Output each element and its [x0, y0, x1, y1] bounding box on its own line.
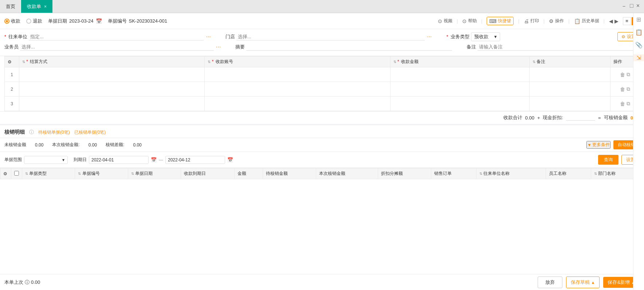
date-field: 单据日期 2023-03-24 📅	[48, 18, 102, 24]
range-label: 单据范围	[4, 157, 22, 163]
counterpart-input[interactable]	[29, 33, 204, 40]
copy-icon-3[interactable]: ⧉	[627, 101, 630, 107]
sidebar-icon-1[interactable]: ⊞	[633, 16, 644, 23]
req-star: *	[26, 59, 28, 64]
save-new-label: 保存&新增	[608, 279, 630, 286]
net-label: 可核销金额	[604, 114, 628, 121]
gear-header-bottom[interactable]: ⚙	[0, 168, 11, 179]
bottom-table-section: ⚙ ⇅ 单据类型 ⇅ 单据编号 ⇅ 单据日期	[0, 168, 644, 179]
receipt-radio-dot	[4, 19, 9, 24]
copy-icon-2[interactable]: ⧉	[627, 86, 630, 92]
discard-button[interactable]: 放弃	[538, 277, 562, 288]
salesperson-dots-btn[interactable]: ···	[216, 44, 221, 50]
delete-icon-1[interactable]: 🗑	[620, 72, 625, 78]
toolbar: 收款 退款 单据日期 2023-03-24 📅 单据编号 SK-20230324…	[0, 13, 644, 29]
date-label: 单据日期	[48, 18, 67, 24]
account-cell-3[interactable]	[205, 97, 390, 111]
pending-tab[interactable]: 待核销单据(0笔)	[38, 129, 70, 136]
history-label: 历史单据	[582, 18, 599, 24]
save-draft-button[interactable]: 保存草稿 ▲	[566, 277, 600, 288]
row-num-3: 3	[5, 97, 19, 111]
copy-icon-1[interactable]: ⧉	[627, 71, 630, 78]
account-cell-2[interactable]	[205, 82, 390, 97]
gear-header[interactable]: ⚙	[5, 56, 19, 67]
sidebar-icon-3[interactable]: 📎	[633, 42, 644, 48]
store-input[interactable]	[236, 33, 425, 40]
list-view-icon[interactable]: ≡	[623, 17, 631, 25]
checkbox-header[interactable]	[11, 168, 22, 179]
more-conditions-label: 更多条件	[592, 142, 610, 148]
calendar-from-icon[interactable]: 📅	[151, 157, 157, 162]
close-window-icon[interactable]: ×	[636, 3, 640, 10]
account-header: ⇅ * 收款账号	[205, 56, 390, 67]
sidebar-icon-2[interactable]: 📋	[633, 29, 644, 36]
calendar-to-icon[interactable]: 📅	[227, 157, 233, 162]
prev-icon[interactable]: ◀	[609, 18, 613, 24]
settlement-cell-2[interactable]	[19, 82, 205, 97]
operation-btn[interactable]: ⚙ 操作	[549, 18, 564, 24]
writeoff-header: 核销明细 ⓘ 待核销单据(0笔) 已核销单据(0笔)	[0, 125, 644, 138]
info-icon-footer[interactable]: ⓘ	[25, 279, 30, 286]
history-btn[interactable]: 📋 历史单据	[574, 18, 599, 24]
pending-amount-header: 待核销金额	[263, 168, 316, 179]
toolbar-right: ⊙ 视频 | ⊙ 帮助 | ⌨ 快捷键 | 🖨 打印 | ⚙ 操作	[438, 17, 640, 25]
sum-row: 收款合计 0.00 + 现金折扣: = 可核销金额 0.00	[0, 111, 644, 124]
footer-left: 本单上次 ⓘ 0.00	[4, 279, 40, 286]
required-star-counterpart: *	[4, 34, 6, 39]
salesperson-input[interactable]	[20, 43, 214, 51]
number-value[interactable]: SK-20230324-001	[129, 18, 168, 24]
amount-cell-1[interactable]	[390, 67, 529, 82]
remarks-input[interactable]	[478, 43, 640, 51]
maximize-icon[interactable]: □	[630, 3, 633, 10]
summary-input[interactable]	[246, 43, 452, 51]
select-all-checkbox[interactable]	[14, 171, 19, 176]
delete-icon-3[interactable]: 🗑	[620, 101, 625, 107]
remarks-cell-3[interactable]	[529, 97, 610, 111]
row-num-2: 2	[5, 82, 19, 97]
remarks-cell-2[interactable]	[529, 82, 610, 97]
amount-cell-3[interactable]	[390, 97, 529, 111]
more-conditions-btn[interactable]: ▼ 更多条件	[586, 141, 610, 149]
business-type-select[interactable]: 预收款 ▾	[471, 32, 500, 41]
total-value: 0.00	[525, 115, 534, 121]
range-select[interactable]: ▾	[24, 156, 68, 164]
help-icon: ⊙	[462, 18, 467, 24]
amount-cell-2[interactable]	[390, 82, 529, 97]
date-to-input[interactable]	[165, 156, 225, 164]
settlement-cell-3[interactable]	[19, 97, 205, 111]
counterpart-name-header: ⇅ 往来单位名称	[476, 168, 546, 179]
salesperson-field: 业务员 ···	[4, 43, 221, 51]
discount-input[interactable]	[566, 115, 595, 121]
sidebar-icon-4[interactable]: ⇲	[633, 54, 644, 61]
date-from-input[interactable]	[89, 156, 149, 164]
date-value[interactable]: 2023-03-24	[69, 18, 94, 24]
staff-name-header: 员工名称	[546, 168, 591, 179]
remarks-header: ⇅ 备注	[529, 56, 610, 67]
tab-receipt[interactable]: 收款单 ×	[21, 0, 52, 13]
tab-close-icon[interactable]: ×	[44, 4, 47, 9]
tab-home[interactable]: 首页	[0, 0, 21, 13]
receipt-radio[interactable]: 收款	[4, 18, 20, 24]
print-btn[interactable]: 🖨 打印	[524, 18, 539, 24]
next-icon[interactable]: ▶	[614, 18, 619, 24]
query-button[interactable]: 查询	[598, 155, 619, 165]
delete-icon-2[interactable]: 🗑	[620, 86, 625, 92]
counterpart-dots-btn[interactable]: ···	[206, 34, 211, 40]
shortcut-btn[interactable]: ⌨ 快捷键	[487, 17, 514, 25]
minimize-icon[interactable]: －	[621, 3, 627, 10]
help-btn[interactable]: ⊙ 帮助	[462, 18, 477, 24]
number-field: 单据编号 SK-20230324-001	[108, 18, 168, 24]
calendar-icon[interactable]: 📅	[96, 18, 102, 24]
account-cell-1[interactable]	[205, 67, 390, 82]
refund-radio[interactable]: 退款	[26, 18, 42, 24]
filter-icon: ▼	[587, 142, 592, 148]
remarks-cell-1[interactable]	[529, 67, 610, 82]
info-icon[interactable]: ⓘ	[29, 129, 34, 136]
store-dots-btn[interactable]: ···	[427, 34, 432, 40]
business-type-field: * 业务类型 预收款 ▾	[447, 32, 612, 41]
nav-arrows: ◀ ▶	[609, 18, 619, 24]
settlement-cell-1[interactable]	[19, 67, 205, 82]
doc-num-header: ⇅ 单据编号	[75, 168, 128, 179]
done-tab[interactable]: 已核销单据(0笔)	[74, 129, 106, 136]
video-btn[interactable]: ⊙ 视频	[438, 18, 452, 24]
